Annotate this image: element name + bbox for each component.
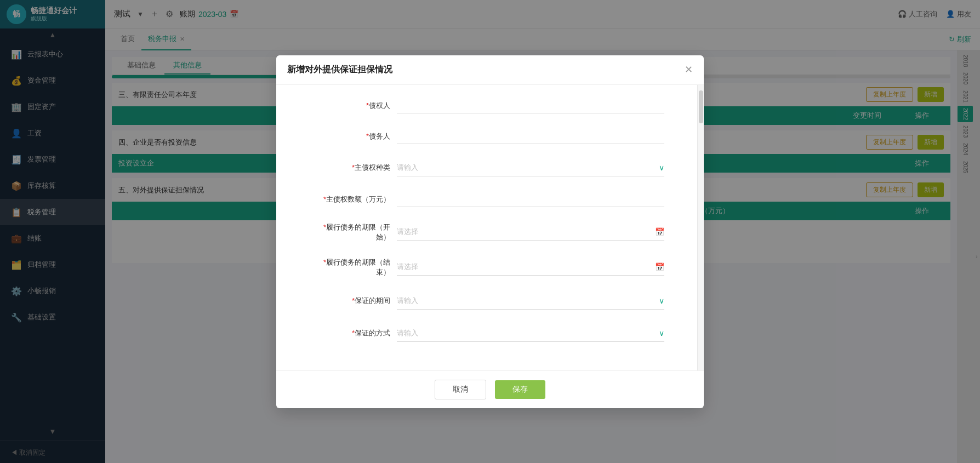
input-debt-amount[interactable]	[397, 192, 664, 207]
label-debt-type: *主债权种类	[309, 163, 397, 173]
modal-dialog: 新增对外提供保证担保情况 ✕ *债权人 *债务人	[276, 55, 704, 408]
input-creditor[interactable]	[397, 98, 664, 113]
select-debt-type-placeholder: 请输入	[397, 163, 659, 173]
date-period-end[interactable]: 请选择 📅	[397, 259, 664, 276]
chevron-down-icon: ∨	[659, 163, 664, 172]
label-guarantee-period: *保证的期间	[309, 296, 397, 306]
label-debtor: *债务人	[309, 132, 397, 141]
field-debt-amount: *主债权数额（万元）	[309, 192, 664, 207]
modal-close-btn[interactable]: ✕	[685, 65, 693, 75]
modal-backdrop: 新增对外提供保证担保情况 ✕ *债权人 *债务人	[0, 0, 980, 463]
calendar-start-icon: 📅	[655, 227, 664, 236]
select-guarantee-method[interactable]: 请输入 ∨	[397, 325, 664, 342]
input-debtor[interactable]	[397, 129, 664, 144]
modal-scrollbar[interactable]	[697, 85, 704, 370]
field-debtor: *债务人	[309, 129, 664, 144]
label-guarantee-method: *保证的方式	[309, 328, 397, 338]
select-guarantee-method-placeholder: 请输入	[397, 328, 659, 338]
modal-body: *债权人 *债务人 *主债权种类 请输入	[276, 85, 697, 370]
field-creditor: *债权人	[309, 98, 664, 113]
chevron-down-icon-3: ∨	[659, 329, 664, 338]
date-period-start[interactable]: 请选择 📅	[397, 224, 664, 241]
date-period-start-placeholder: 请选择	[397, 227, 655, 237]
modal-title: 新增对外提供保证担保情况	[287, 64, 392, 76]
select-debt-type[interactable]: 请输入 ∨	[397, 159, 664, 176]
select-guarantee-period-placeholder: 请输入	[397, 296, 659, 306]
field-guarantee-period: *保证的期间 请输入 ∨	[309, 293, 664, 310]
cancel-button[interactable]: 取消	[435, 380, 486, 399]
chevron-down-icon-2: ∨	[659, 296, 664, 305]
modal-footer: 取消 保存	[276, 370, 704, 408]
label-creditor: *债权人	[309, 101, 397, 111]
modal-header: 新增对外提供保证担保情况 ✕	[276, 55, 704, 85]
date-period-end-placeholder: 请选择	[397, 262, 655, 272]
label-period-end: *履行债务的期限（结束）	[309, 258, 397, 277]
field-period-start: *履行债务的期限（开始） 请选择 📅	[309, 222, 664, 242]
label-period-start: *履行债务的期限（开始）	[309, 222, 397, 242]
select-guarantee-period[interactable]: 请输入 ∨	[397, 293, 664, 310]
field-debt-type: *主债权种类 请输入 ∨	[309, 159, 664, 176]
label-debt-amount: *主债权数额（万元）	[309, 195, 397, 204]
field-guarantee-method: *保证的方式 请输入 ∨	[309, 325, 664, 342]
field-period-end: *履行债务的期限（结束） 请选择 📅	[309, 258, 664, 277]
calendar-end-icon: 📅	[655, 262, 664, 271]
save-button[interactable]: 保存	[495, 380, 545, 399]
scrollbar-thumb	[699, 90, 703, 123]
